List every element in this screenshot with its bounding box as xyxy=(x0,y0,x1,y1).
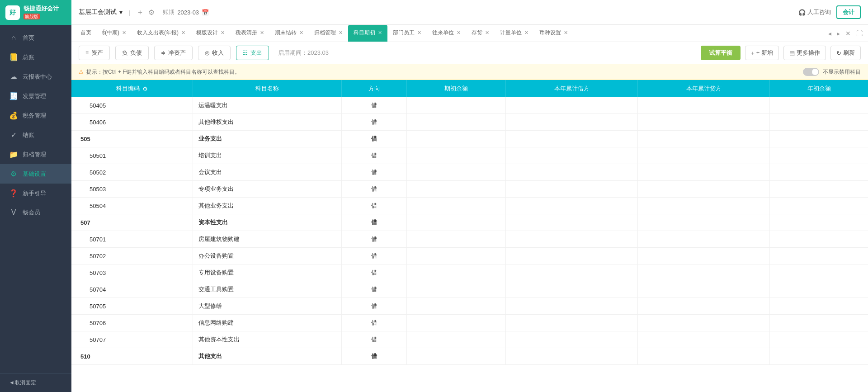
filter-asset-btn[interactable]: ≡ 资产 xyxy=(79,46,110,60)
tab-close-template[interactable]: ✕ xyxy=(221,30,225,36)
tab-close-annual[interactable]: ✕ xyxy=(181,30,185,36)
tab-close-dept[interactable]: ✕ xyxy=(417,30,421,36)
settings-gear-icon[interactable]: ⚙ xyxy=(148,8,155,17)
filter-liability-btn[interactable]: 负 负债 xyxy=(115,46,149,60)
user-role-button[interactable]: 会计 xyxy=(836,5,861,19)
table-row[interactable]: 50503 专项业务支出 借 xyxy=(71,181,868,198)
sidebar-label-reports: 云报表中心 xyxy=(23,73,52,81)
more-button[interactable]: ▤ 更多操作 xyxy=(783,46,826,60)
tab-subject-init[interactable]: 科目期初 ✕ xyxy=(348,25,387,42)
disabled-toggle[interactable] xyxy=(803,68,819,76)
tab-close-archive[interactable]: ✕ xyxy=(339,30,343,36)
tab-close-all-icon[interactable]: ✕ xyxy=(844,29,853,38)
table-row[interactable]: 507 资本性支出 借 xyxy=(71,214,868,231)
tab-home[interactable]: 首页 xyxy=(75,25,97,42)
th-settings-icon[interactable]: ⚙ xyxy=(142,85,148,92)
sidebar-item-settings[interactable]: ⚙ 基础设置 xyxy=(0,164,71,184)
add-button[interactable]: + + 新增 xyxy=(745,46,779,60)
sidebar-item-guide[interactable]: ❓ 新手引导 xyxy=(0,184,71,203)
home-icon: ⌂ xyxy=(9,34,18,42)
sidebar-label-ledger: 总账 xyxy=(23,53,34,61)
table-row[interactable]: 50501 培训支出 借 xyxy=(71,147,868,164)
topbar-right: 🎧 人工咨询 会计 xyxy=(798,5,861,19)
cell-ytd-debit xyxy=(505,281,637,298)
tab-close-inventory[interactable]: ✕ xyxy=(485,30,489,36)
tab-close-tax[interactable]: ✕ xyxy=(260,30,264,36)
sidebar-item-archive[interactable]: 📁 归档管理 xyxy=(0,145,71,164)
filter-income-btn[interactable]: ◎ 收入 xyxy=(198,46,231,60)
table-row[interactable]: 510 其他支出 借 xyxy=(71,348,868,365)
tab-annual-report[interactable]: 收入支出表(年报) ✕ xyxy=(132,25,191,42)
tab-close-interim[interactable]: ✕ xyxy=(122,30,126,36)
cell-direction: 借 xyxy=(341,248,407,264)
table-row[interactable]: 50701 房屋建筑物购建 借 xyxy=(71,231,868,248)
filter-equity-btn[interactable]: ≑ 净资产 xyxy=(154,46,193,60)
tab-close-counter[interactable]: ✕ xyxy=(457,30,461,36)
toolbar-actions: 试算平衡 + + 新增 ▤ 更多操作 ↻ 刷新 xyxy=(701,46,861,60)
logo-icon: 好 xyxy=(5,5,20,20)
tab-close-units[interactable]: ✕ xyxy=(524,30,528,36)
sidebar-item-home[interactable]: ⌂ 首页 xyxy=(0,28,71,47)
tab-counterparty[interactable]: 往来单位 ✕ xyxy=(427,25,466,42)
refresh-button[interactable]: ↻ 刷新 xyxy=(830,46,861,60)
cell-name: 其他支出 xyxy=(193,348,341,365)
table-row[interactable]: 50504 其他业务支出 借 xyxy=(71,198,868,214)
table-row[interactable]: 50406 其他维权支出 借 xyxy=(71,114,868,131)
tab-period-transfer[interactable]: 期末结转 ✕ xyxy=(269,25,309,42)
sidebar-item-settle[interactable]: ✓ 结账 xyxy=(0,125,71,145)
sidebar-item-member[interactable]: V 畅会员 xyxy=(0,203,71,222)
tab-template[interactable]: 模版设计 ✕ xyxy=(191,25,230,42)
filter-asset-label: 资产 xyxy=(91,49,103,57)
company-selector[interactable]: 基层工会测试 ▾ xyxy=(79,8,123,16)
company-name: 基层工会测试 xyxy=(79,8,117,16)
cell-name: 大型修缮 xyxy=(193,298,341,315)
cell-code: 507 xyxy=(71,214,193,231)
sidebar-item-reports[interactable]: ☁ 云报表中心 xyxy=(0,67,71,86)
tab-prev-icon[interactable]: ◂ xyxy=(826,29,833,38)
cell-opening-balance xyxy=(407,114,505,131)
sidebar-item-invoice[interactable]: 🧾 发票管理 xyxy=(0,86,71,106)
tab-inventory[interactable]: 存货 ✕ xyxy=(466,25,495,42)
balance-button[interactable]: 试算平衡 xyxy=(701,46,741,60)
support-button[interactable]: 🎧 人工咨询 xyxy=(798,8,831,16)
cell-code: 50405 xyxy=(71,97,193,114)
table-row[interactable]: 50706 信息网络购建 借 xyxy=(71,315,868,331)
tab-dept-staff[interactable]: 部门员工 ✕ xyxy=(387,25,427,42)
cell-opening-balance xyxy=(407,214,505,231)
table-row[interactable]: 50704 交通工具购置 借 xyxy=(71,281,868,298)
tab-close-period[interactable]: ✕ xyxy=(299,30,303,36)
calendar-icon[interactable]: 📅 xyxy=(202,9,209,16)
tab-expand-icon[interactable]: ⛶ xyxy=(854,29,864,38)
tab-close-currency[interactable]: ✕ xyxy=(564,30,568,36)
filter-expense-btn[interactable]: ☷ 支出 xyxy=(236,46,269,60)
sidebar-collapse-btn[interactable]: ◄取消固定 xyxy=(0,373,71,392)
table-row[interactable]: 505 业务支出 借 xyxy=(71,131,868,147)
tab-tax[interactable]: 税表清册 ✕ xyxy=(230,25,269,42)
tab-template-label: 模版设计 xyxy=(196,29,218,37)
period-display: 账期 2023-03 📅 xyxy=(163,8,209,16)
cell-ytd-debit xyxy=(505,214,637,231)
table-row[interactable]: 50405 运温暖支出 借 xyxy=(71,97,868,114)
tab-close-subject[interactable]: ✕ xyxy=(378,30,382,36)
tab-archive-mgmt[interactable]: 归档管理 ✕ xyxy=(309,25,348,42)
tab-interim[interactable]: ई(中期) ✕ xyxy=(97,25,132,42)
cell-opening-balance xyxy=(407,348,505,365)
sidebar-item-ledger[interactable]: 📒 总账 xyxy=(0,47,71,67)
table-row[interactable]: 50702 办公设备购置 借 xyxy=(71,248,868,264)
table-row[interactable]: 50705 大型修缮 借 xyxy=(71,298,868,315)
sidebar-label-settings: 基础设置 xyxy=(23,170,46,178)
tab-subject-label: 科目期初 xyxy=(354,29,375,37)
table-row[interactable]: 50703 专用设备购置 借 xyxy=(71,264,868,281)
table-row[interactable]: 50707 其他资本性支出 借 xyxy=(71,331,868,348)
tab-next-icon[interactable]: ▸ xyxy=(835,29,842,38)
cell-name: 培训支出 xyxy=(193,147,341,164)
sidebar-item-tax[interactable]: 💰 税务管理 xyxy=(0,106,71,125)
cell-opening-balance xyxy=(407,97,505,114)
tab-currency[interactable]: 币种设置 ✕ xyxy=(534,25,573,42)
add-tab-button[interactable]: ＋ xyxy=(137,8,144,17)
sidebar-label-tax: 税务管理 xyxy=(23,112,46,120)
tab-units[interactable]: 计量单位 ✕ xyxy=(495,25,534,42)
cell-direction: 借 xyxy=(341,97,407,114)
cell-opening-balance xyxy=(407,131,505,147)
table-row[interactable]: 50502 会议支出 借 xyxy=(71,164,868,181)
